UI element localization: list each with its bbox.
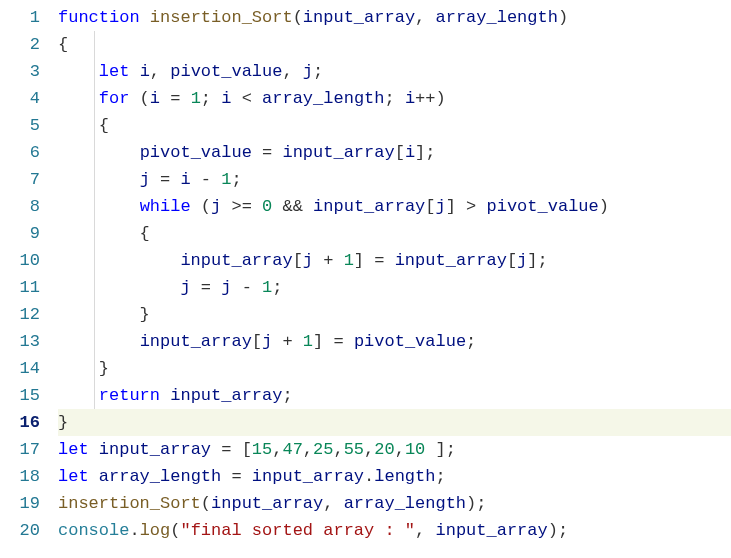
line-number: 12 bbox=[0, 301, 40, 328]
identifier-token: input_array bbox=[170, 386, 282, 405]
punct-token: ; bbox=[435, 467, 445, 486]
code-line[interactable]: while (j >= 0 && input_array[j] > pivot_… bbox=[58, 193, 731, 220]
object-token: console bbox=[58, 521, 129, 540]
brace-token: } bbox=[58, 413, 68, 432]
identifier-token: j bbox=[436, 197, 446, 216]
code-line[interactable]: insertion_Sort(input_array, array_length… bbox=[58, 490, 731, 517]
punct-token: ]; bbox=[425, 440, 456, 459]
code-line[interactable]: function insertion_Sort(input_array, arr… bbox=[58, 4, 731, 31]
punct-token: = [ bbox=[211, 440, 252, 459]
indent-guide bbox=[94, 85, 95, 112]
line-number: 20 bbox=[0, 517, 40, 544]
identifier-token: i bbox=[405, 143, 415, 162]
punct-token: [ bbox=[425, 197, 435, 216]
punct-token: [ bbox=[252, 332, 262, 351]
identifier-token: input_array bbox=[99, 440, 211, 459]
line-number: 4 bbox=[0, 85, 40, 112]
punct-token: ); bbox=[548, 521, 568, 540]
text-token bbox=[129, 62, 139, 81]
indent-guide bbox=[94, 58, 95, 85]
line-number: 15 bbox=[0, 382, 40, 409]
identifier-token: array_length bbox=[435, 8, 557, 27]
keyword-token: function bbox=[58, 8, 140, 27]
code-line[interactable]: { bbox=[58, 31, 731, 58]
keyword-token: while bbox=[140, 197, 191, 216]
code-line[interactable]: j = i - 1; bbox=[58, 166, 731, 193]
number-token: 0 bbox=[262, 197, 272, 216]
code-line[interactable]: let input_array = [15,47,25,55,20,10 ]; bbox=[58, 436, 731, 463]
keyword-token: return bbox=[99, 386, 160, 405]
indent-guide bbox=[94, 193, 95, 220]
indent-guide bbox=[94, 166, 95, 193]
indent-token bbox=[58, 197, 140, 216]
punct-token: , bbox=[333, 440, 343, 459]
punct-token: , bbox=[415, 8, 435, 27]
indent-guide bbox=[94, 328, 95, 355]
code-line[interactable]: console.log("final sorted array : ", inp… bbox=[58, 517, 731, 544]
indent-guide bbox=[94, 355, 95, 382]
punct-token: [ bbox=[507, 251, 517, 270]
punct-token: ; bbox=[272, 278, 282, 297]
code-area[interactable]: function insertion_Sort(input_array, arr… bbox=[58, 4, 731, 558]
line-number: 11 bbox=[0, 274, 40, 301]
punct-token: ( bbox=[293, 8, 303, 27]
op-token: - bbox=[231, 278, 262, 297]
number-token: 1 bbox=[262, 278, 272, 297]
code-line[interactable]: pivot_value = input_array[i]; bbox=[58, 139, 731, 166]
text-token bbox=[140, 8, 150, 27]
indent-guide bbox=[94, 31, 95, 58]
indent-token bbox=[58, 332, 140, 351]
code-line[interactable]: { bbox=[58, 220, 731, 247]
op-token: = bbox=[252, 143, 283, 162]
code-line[interactable]: for (i = 1; i < array_length; i++) bbox=[58, 85, 731, 112]
punct-token: ]; bbox=[415, 143, 435, 162]
brace-token: { bbox=[58, 35, 68, 54]
op-token: ++) bbox=[415, 89, 446, 108]
code-line[interactable]: let i, pivot_value, j; bbox=[58, 58, 731, 85]
identifier-token: pivot_value bbox=[170, 62, 282, 81]
op-token: >= bbox=[221, 197, 262, 216]
property-token: length bbox=[374, 467, 435, 486]
punct-token: , bbox=[303, 440, 313, 459]
code-line[interactable]: } bbox=[58, 355, 731, 382]
text-token bbox=[89, 440, 99, 459]
line-number: 19 bbox=[0, 490, 40, 517]
punct-token: ( bbox=[170, 521, 180, 540]
indent-guide bbox=[94, 139, 95, 166]
line-number: 10 bbox=[0, 247, 40, 274]
code-line[interactable]: input_array[j + 1] = input_array[j]; bbox=[58, 247, 731, 274]
punct-token: ; bbox=[231, 170, 241, 189]
number-token: 1 bbox=[303, 332, 313, 351]
code-line[interactable]: let array_length = input_array.length; bbox=[58, 463, 731, 490]
punct-token: [ bbox=[293, 251, 303, 270]
identifier-token: j bbox=[303, 251, 313, 270]
identifier-token: j bbox=[221, 278, 231, 297]
punct-token: . bbox=[364, 467, 374, 486]
identifier-token: input_array bbox=[140, 332, 252, 351]
code-line[interactable]: input_array[j + 1] = pivot_value; bbox=[58, 328, 731, 355]
indent-guide bbox=[94, 247, 95, 274]
code-line[interactable]: { bbox=[58, 112, 731, 139]
brace-token: } bbox=[58, 359, 109, 378]
op-token: = bbox=[160, 89, 191, 108]
number-token: 1 bbox=[344, 251, 354, 270]
identifier-token: input_array bbox=[313, 197, 425, 216]
punct-token: , bbox=[272, 440, 282, 459]
punct-token: ; bbox=[313, 62, 323, 81]
punct-token: ) bbox=[599, 197, 609, 216]
code-line[interactable]: } bbox=[58, 301, 731, 328]
identifier-token: pivot_value bbox=[487, 197, 599, 216]
text-token bbox=[89, 467, 99, 486]
code-line[interactable]: j = j - 1; bbox=[58, 274, 731, 301]
code-line[interactable]: return input_array; bbox=[58, 382, 731, 409]
number-token: 15 bbox=[252, 440, 272, 459]
code-line[interactable]: } bbox=[58, 409, 731, 436]
line-number: 2 bbox=[0, 31, 40, 58]
punct-token: ) bbox=[558, 8, 568, 27]
line-number: 8 bbox=[0, 193, 40, 220]
identifier-token: input_array bbox=[303, 8, 415, 27]
indent-guide bbox=[94, 382, 95, 409]
punct-token: ); bbox=[466, 494, 486, 513]
indent-token bbox=[58, 170, 140, 189]
line-number: 18 bbox=[0, 463, 40, 490]
